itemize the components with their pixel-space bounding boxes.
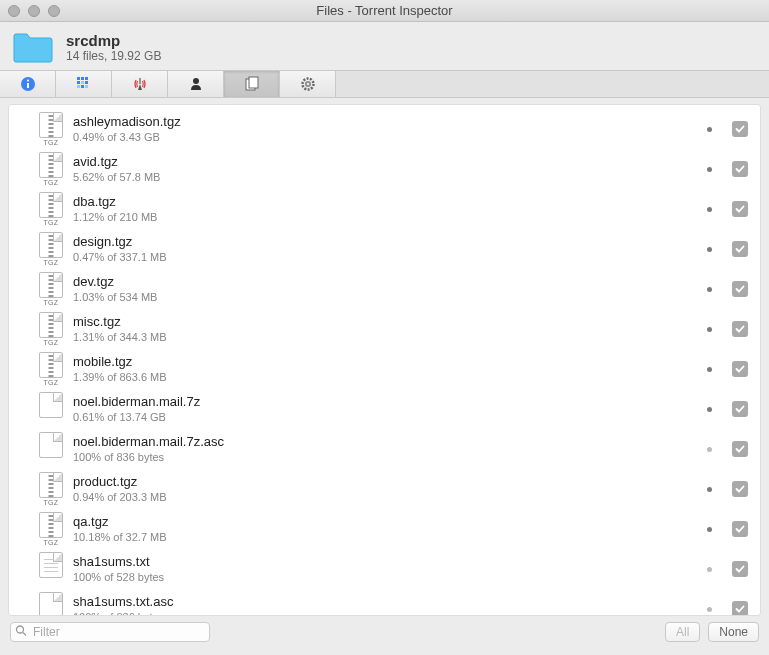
tab-files[interactable]: [224, 71, 280, 97]
torrent-name: srcdmp: [66, 32, 161, 49]
file-name: noel.biderman.mail.7z.asc: [73, 434, 699, 450]
peers-icon: [188, 76, 204, 92]
file-text: sha1sums.txt.asc100% of 836 bytes: [73, 594, 699, 616]
tab-options[interactable]: [280, 71, 336, 97]
file-type-icon: TGZ: [37, 312, 65, 346]
titlebar: Files - Torrent Inspector: [0, 0, 769, 22]
file-status: 0.47% of 337.1 MB: [73, 250, 699, 264]
file-row[interactable]: TGZdba.tgz1.12% of 210 MB: [9, 189, 760, 229]
file-name: avid.tgz: [73, 154, 699, 170]
file-name: sha1sums.txt.asc: [73, 594, 699, 610]
wanted-checkbox[interactable]: [732, 601, 748, 616]
priority-indicator[interactable]: [707, 367, 712, 372]
file-type-icon: [37, 392, 65, 426]
file-status: 5.62% of 57.8 MB: [73, 170, 699, 184]
priority-indicator[interactable]: [707, 447, 712, 452]
wanted-checkbox[interactable]: [732, 201, 748, 217]
wanted-checkbox[interactable]: [732, 161, 748, 177]
file-type-icon: [37, 552, 65, 586]
wanted-checkbox[interactable]: [732, 361, 748, 377]
file-type-icon: TGZ: [37, 112, 65, 146]
file-type-icon: TGZ: [37, 152, 65, 186]
file-row[interactable]: TGZqa.tgz10.18% of 32.7 MB: [9, 509, 760, 549]
gear-icon: [300, 76, 316, 92]
wanted-checkbox[interactable]: [732, 521, 748, 537]
file-row[interactable]: TGZavid.tgz5.62% of 57.8 MB: [9, 149, 760, 189]
tab-peers[interactable]: [168, 71, 224, 97]
svg-point-2: [26, 79, 28, 81]
svg-rect-7: [77, 81, 80, 84]
file-row[interactable]: TGZproduct.tgz0.94% of 203.3 MB: [9, 469, 760, 509]
file-row[interactable]: noel.biderman.mail.7z.asc100% of 836 byt…: [9, 429, 760, 469]
wanted-checkbox[interactable]: [732, 241, 748, 257]
wanted-checkbox[interactable]: [732, 401, 748, 417]
priority-indicator[interactable]: [707, 407, 712, 412]
file-row[interactable]: sha1sums.txt100% of 528 bytes: [9, 549, 760, 589]
priority-indicator[interactable]: [707, 287, 712, 292]
select-all-button[interactable]: All: [665, 622, 700, 642]
tab-info[interactable]: [0, 71, 56, 97]
wanted-checkbox[interactable]: [732, 481, 748, 497]
file-status: 10.18% of 32.7 MB: [73, 530, 699, 544]
file-text: mobile.tgz1.39% of 863.6 MB: [73, 354, 699, 384]
file-name: ashleymadison.tgz: [73, 114, 699, 130]
file-text: ashleymadison.tgz0.49% of 3.43 GB: [73, 114, 699, 144]
priority-indicator[interactable]: [707, 207, 712, 212]
wanted-checkbox[interactable]: [732, 561, 748, 577]
file-row[interactable]: TGZdesign.tgz0.47% of 337.1 MB: [9, 229, 760, 269]
file-status: 100% of 836 bytes: [73, 450, 699, 464]
wanted-checkbox[interactable]: [732, 441, 748, 457]
priority-indicator[interactable]: [707, 607, 712, 612]
wanted-checkbox[interactable]: [732, 321, 748, 337]
svg-rect-12: [85, 85, 88, 88]
file-text: qa.tgz10.18% of 32.7 MB: [73, 514, 699, 544]
wanted-checkbox[interactable]: [732, 121, 748, 137]
file-row[interactable]: noel.biderman.mail.7z0.61% of 13.74 GB: [9, 389, 760, 429]
svg-rect-11: [81, 85, 84, 88]
file-row[interactable]: TGZmisc.tgz1.31% of 344.3 MB: [9, 309, 760, 349]
file-name: product.tgz: [73, 474, 699, 490]
torrent-summary: 14 files, 19.92 GB: [66, 49, 161, 63]
file-type-icon: TGZ: [37, 352, 65, 386]
select-none-button[interactable]: None: [708, 622, 759, 642]
file-name: dba.tgz: [73, 194, 699, 210]
filter-wrap: [10, 622, 210, 642]
priority-indicator[interactable]: [707, 327, 712, 332]
tab-trackers[interactable]: [112, 71, 168, 97]
file-text: avid.tgz5.62% of 57.8 MB: [73, 154, 699, 184]
svg-rect-1: [27, 83, 29, 88]
file-status: 0.61% of 13.74 GB: [73, 410, 699, 424]
priority-indicator[interactable]: [707, 167, 712, 172]
priority-indicator[interactable]: [707, 127, 712, 132]
file-status: 0.49% of 3.43 GB: [73, 130, 699, 144]
file-type-icon: TGZ: [37, 472, 65, 506]
file-row[interactable]: TGZmobile.tgz1.39% of 863.6 MB: [9, 349, 760, 389]
file-text: dev.tgz1.03% of 534 MB: [73, 274, 699, 304]
file-list[interactable]: TGZashleymadison.tgz0.49% of 3.43 GBTGZa…: [8, 104, 761, 616]
torrent-header-text: srcdmp 14 files, 19.92 GB: [66, 32, 161, 63]
wanted-checkbox[interactable]: [732, 281, 748, 297]
svg-rect-5: [81, 77, 84, 80]
file-status: 1.03% of 534 MB: [73, 290, 699, 304]
priority-indicator[interactable]: [707, 247, 712, 252]
file-row[interactable]: TGZashleymadison.tgz0.49% of 3.43 GB: [9, 109, 760, 149]
priority-indicator[interactable]: [707, 567, 712, 572]
file-row[interactable]: TGZdev.tgz1.03% of 534 MB: [9, 269, 760, 309]
svg-line-20: [23, 632, 26, 635]
file-text: dba.tgz1.12% of 210 MB: [73, 194, 699, 224]
file-row[interactable]: sha1sums.txt.asc100% of 836 bytes: [9, 589, 760, 616]
file-status: 0.94% of 203.3 MB: [73, 490, 699, 504]
file-type-icon: TGZ: [37, 232, 65, 266]
search-icon: [15, 624, 27, 639]
file-name: misc.tgz: [73, 314, 699, 330]
file-text: sha1sums.txt100% of 528 bytes: [73, 554, 699, 584]
svg-rect-15: [249, 77, 258, 88]
svg-point-13: [193, 78, 199, 84]
info-icon: [20, 76, 36, 92]
file-type-icon: [37, 592, 65, 616]
filter-input[interactable]: [10, 622, 210, 642]
priority-indicator[interactable]: [707, 487, 712, 492]
tab-activity[interactable]: [56, 71, 112, 97]
folder-icon: [12, 30, 54, 64]
priority-indicator[interactable]: [707, 527, 712, 532]
